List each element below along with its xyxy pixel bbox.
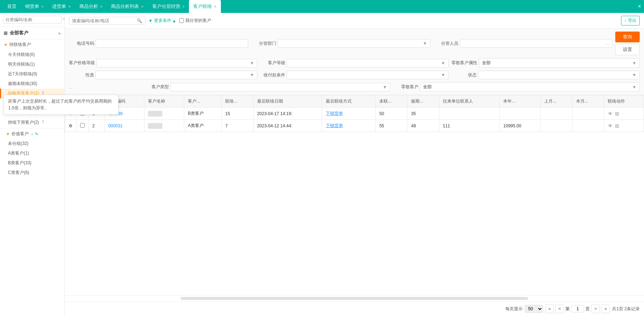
row-last-contact-method-0[interactable]: 下销货单 (322, 108, 375, 120)
row-last-contact-date-1: 2023-04-12 14:44: (253, 120, 322, 132)
value-customers-refresh-icon[interactable]: ✎ (35, 132, 38, 137)
retail-customer-arrow: ▼ (632, 85, 636, 90)
more-conditions-btn[interactable]: ▼ 更多条件 ▲ (148, 18, 176, 24)
customer-level-label: 客户等级 (260, 60, 285, 66)
horizontal-scrollbar-container (65, 295, 644, 301)
sidebar-search-input[interactable] (3, 16, 62, 24)
value-customers-group[interactable]: ▼ 价值客户 ○ ✎ (0, 129, 64, 139)
customer-type-arrow: ▼ (383, 85, 387, 90)
close-tab-purchase[interactable]: × (68, 4, 70, 9)
per-page-label: 每页显示 (505, 306, 523, 312)
row-code-1[interactable]: 000031 (105, 120, 144, 132)
nav-product-analysis[interactable]: 商品分析 × (75, 0, 107, 13)
nature-select[interactable]: ▼ (96, 71, 257, 79)
row-checkbox-1[interactable] (77, 120, 89, 132)
person-select[interactable]: … (460, 39, 612, 48)
nav-customer-stratification[interactable]: 客户分层经营 × (148, 0, 189, 13)
row-name-0 (144, 108, 184, 120)
my-customers-checkbox[interactable] (179, 18, 184, 23)
row-last-month-1 (541, 120, 572, 132)
nav-home[interactable]: 首页 (3, 0, 21, 13)
horizontal-scrollbar[interactable] (181, 297, 528, 300)
phone-input[interactable] (96, 39, 248, 48)
pending-contact-group[interactable]: ▼ 待联络客户 (0, 39, 64, 50)
price-level-select[interactable]: ▼ (96, 59, 257, 67)
question-icon-4: ? (42, 120, 44, 125)
row-contact-1: 7 (222, 120, 253, 132)
page-suffix-label: 页 (585, 306, 590, 312)
pagination-area: 每页显示 50 20 100 « < 第 页 > » 共1页 2条记录 (65, 301, 644, 316)
sidebar-item-today[interactable]: 今天待联络(0) (0, 50, 64, 60)
row-last-month-0 (541, 108, 572, 120)
row-settings-1[interactable]: ⚙ (65, 120, 77, 132)
sidebar-item-overdue[interactable]: 逾期未联络(30) (0, 79, 64, 89)
sidebar-item-c-class[interactable]: C类客户(6) (0, 168, 64, 178)
retail-attr-select[interactable]: 全部 ▼ (479, 58, 640, 68)
row-action-0: 👁 ⊞ (604, 108, 644, 120)
divider (0, 128, 64, 128)
filter-actions: 查询 设置 (615, 32, 640, 55)
window-close-icon[interactable]: × (638, 3, 641, 10)
close-tab-contact[interactable]: × (214, 4, 216, 9)
current-page-input[interactable] (571, 305, 584, 312)
nav-customer-contact[interactable]: 客户联络 × (189, 0, 221, 13)
main-search-input[interactable] (72, 18, 137, 23)
query-button[interactable]: 查询 (615, 32, 640, 42)
tooltip-box: 距客户上次交易时长，超过了此客户的平均交易周期的1.5倍，则视为异常。 (4, 95, 119, 115)
page-size-select[interactable]: 50 20 100 (525, 305, 543, 313)
first-page-btn[interactable]: « (545, 305, 554, 313)
next-page-btn[interactable]: > (591, 305, 600, 313)
action-icon-more-0[interactable]: ⊞ (615, 111, 619, 117)
col-unit-contact-header: 往来单位联系人 (439, 95, 500, 108)
my-customers-checkbox-wrap: 我分管的客户 (179, 18, 211, 24)
retail-attr-label: 零散客户属性 (451, 60, 477, 66)
retail-customer-select[interactable]: 全部 ▼ (420, 82, 640, 92)
filter-status: 状态 ▼ (451, 71, 640, 79)
prev-page-btn[interactable]: < (555, 305, 564, 313)
retail-attr-arrow: ▼ (632, 61, 636, 66)
sidebar-item-tomorrow[interactable]: 明天待联络(1) (0, 60, 64, 69)
all-customers-title[interactable]: ⊞ 全部客户 » (0, 27, 64, 39)
last-page-btn[interactable]: » (601, 305, 610, 313)
value-customers-edit-icon[interactable]: ○ (31, 132, 33, 137)
page-navigation: « < 第 页 > » (545, 305, 610, 313)
row-this-year-1: 10995.00 (500, 120, 541, 132)
table-header-row: ⚙ # 客户编码 客户名称 客户... 联络... 最后联络日期 最后联络方式 … (65, 95, 644, 108)
col-overdue-header: 逾期... (407, 95, 439, 108)
status-select[interactable]: ▼ (478, 71, 640, 79)
customer-type-select[interactable]: ▼ (170, 83, 390, 91)
export-button[interactable]: ↑ 导出 (621, 16, 640, 25)
nav-sales-order[interactable]: 销货单 × (21, 0, 48, 13)
payment-select[interactable]: ▼ (287, 71, 448, 79)
more-filter-link[interactable]: … (69, 84, 73, 90)
filter-row-2: 客户价格等级 ▼ 客户等级 ▼ 零散客户属性 全部 (69, 58, 640, 68)
filter-price-level: 客户价格等级 ▼ (69, 59, 257, 67)
sidebar-item-a-class[interactable]: A类客户(1) (0, 148, 64, 158)
settings-button[interactable]: 设置 (615, 44, 640, 55)
sidebar-item-declining[interactable]: 持续下滑客户(2) ? (0, 118, 64, 127)
close-tab-product-analysis[interactable]: × (100, 4, 102, 9)
row-last-contact-method-1[interactable]: 下销货单 (322, 120, 375, 132)
row-name-1 (144, 120, 184, 132)
action-icon-view-0[interactable]: 👁 (608, 111, 613, 117)
price-level-label: 客户价格等级 (69, 60, 95, 66)
nav-purchase-order[interactable]: 进货单 × (48, 0, 75, 13)
close-tab-stratification[interactable]: × (182, 4, 185, 9)
filter-nature: 性质 ▼ (69, 71, 257, 79)
customer-level-select[interactable]: ▼ (287, 59, 448, 67)
collapse-sidebar-icon[interactable]: » (58, 30, 61, 36)
sidebar-item-unclassified[interactable]: 未分组(32) (0, 139, 64, 148)
filter-row-4: … 客户类型 ▼ 零散客户 全部 ▼ (69, 82, 640, 92)
col-last-contact-date-header: 最后联络日期 (253, 95, 322, 108)
nav-product-analysis-list[interactable]: 商品分析列表 × (107, 0, 148, 13)
close-tab-product-list[interactable]: × (141, 4, 143, 9)
action-icon-more-1[interactable]: ⊞ (615, 123, 619, 129)
close-tab-sales[interactable]: × (41, 4, 43, 9)
search-icon[interactable]: 🔍 (137, 18, 142, 23)
sidebar-search-area: 🔍 (0, 13, 64, 27)
action-icon-view-1[interactable]: 👁 (608, 123, 613, 129)
sidebar-item-7days[interactable]: 近7天待联络(0) (0, 69, 64, 79)
col-name-header: 客户名称 (144, 95, 184, 108)
dept-select[interactable]: ▼ (278, 39, 430, 48)
sidebar-item-b-class[interactable]: B类客户(33) (0, 158, 64, 168)
